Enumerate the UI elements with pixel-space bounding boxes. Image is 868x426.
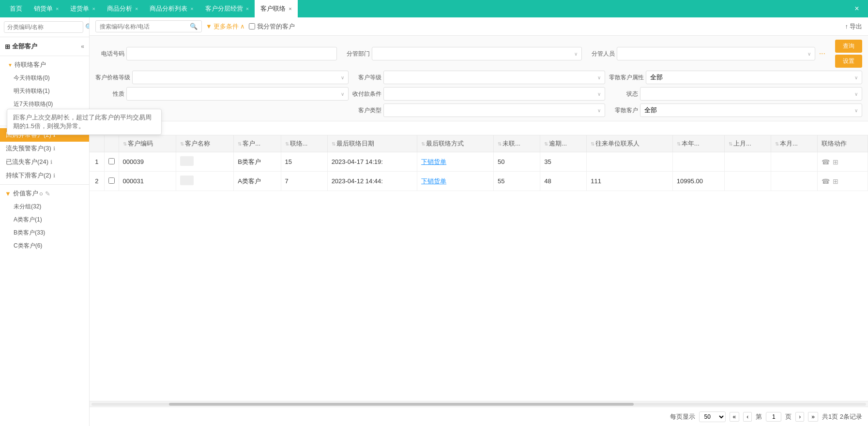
sidebar-search-area: 🔍 [0, 17, 89, 37]
filter-customer-level: 客户等级 ∨ [352, 71, 606, 84]
page-size-select[interactable]: 50 100 200 [699, 411, 726, 422]
close-icon[interactable]: × [135, 6, 138, 12]
contact-icon[interactable]: ☎ [822, 177, 830, 185]
last-page-btn[interactable]: » [808, 412, 818, 422]
more-conditions-btn[interactable]: ▼ 更多条件 ∧ [206, 22, 245, 31]
sort-icon: ⇅ [729, 141, 732, 147]
retail-customer-select[interactable]: 全部 ∨ [640, 103, 862, 117]
row-checkbox[interactable] [108, 177, 115, 184]
window-close-button[interactable]: × [850, 1, 864, 16]
customer-type-select[interactable]: ∨ [383, 103, 606, 117]
nav-sales-order[interactable]: 销货单 × [28, 0, 64, 17]
grid-icon: ⊞ [5, 43, 10, 50]
sidebar-item-tomorrow-pending[interactable]: 明天待联络(1) [0, 85, 89, 98]
sort-icon: ⇅ [332, 141, 335, 147]
this-year-cell: 10995.00 [672, 172, 724, 191]
sort-icon: ⇅ [123, 141, 127, 147]
last-month-cell [724, 152, 771, 172]
contact-count-cell: 7 [281, 172, 327, 191]
nav-customer-segmentation[interactable]: 客户分层经营 × [199, 0, 255, 17]
table-header-row: ⇅ 客户编码 ⇅ 客户名称 ⇅ [90, 135, 868, 152]
close-icon[interactable]: × [56, 6, 59, 12]
more-action-icon[interactable]: ⊞ [833, 158, 838, 166]
retail-attr-select[interactable]: 全部 ∨ [646, 71, 862, 84]
nav-home[interactable]: 首页 [4, 0, 28, 17]
sidebar-value-customer-header[interactable]: ▼ 价值客户 ○ ✎ [0, 187, 89, 200]
search-input[interactable] [100, 23, 190, 30]
gender-select[interactable]: ∨ [126, 87, 349, 101]
more-icon[interactable]: ··· [817, 49, 827, 58]
circle-icon: ○ [39, 190, 43, 197]
sidebar-item-class-c[interactable]: C类客户(6) [0, 239, 89, 252]
status-select[interactable]: ∨ [640, 87, 862, 101]
close-icon[interactable]: × [289, 6, 291, 12]
overdue-cell: 48 [540, 172, 587, 191]
page-number-input[interactable] [766, 412, 781, 422]
sort-icon: ⇅ [775, 141, 779, 147]
horizontal-scrollbar[interactable] [90, 401, 868, 407]
this-month-cell [771, 152, 818, 172]
sidebar-item-churn-warning[interactable]: 流失预警客户(3) ℹ [0, 142, 89, 155]
chevron-down-icon: ∨ [854, 91, 858, 97]
scrollbar-track[interactable] [91, 403, 866, 406]
extended-filter: 电话号码 分管部门 ∨ 分管人员 ∨ ··· [90, 36, 868, 121]
close-icon[interactable]: × [246, 6, 249, 12]
col-code: ⇅ 客户编码 [119, 135, 176, 152]
scrollbar-thumb[interactable] [169, 403, 634, 406]
nav-product-analysis[interactable]: 商品分析 × [101, 0, 144, 17]
prev-page-btn[interactable]: ‹ [743, 412, 752, 422]
export-button[interactable]: ↑ 导出 [845, 22, 863, 31]
customer-type-cell: B类客户 [234, 152, 281, 172]
edit-icon[interactable]: ✎ [45, 190, 50, 197]
sidebar-item-unclassified[interactable]: 未分组(32) [0, 200, 89, 213]
sidebar-item-class-b[interactable]: B类客户(33) [0, 226, 89, 239]
sort-icon: ⇅ [677, 141, 681, 147]
phone-input[interactable] [126, 47, 337, 60]
filter-payment: 收付款条件 ∨ [352, 87, 606, 101]
my-customer-check[interactable] [249, 23, 255, 29]
close-icon[interactable]: × [190, 6, 193, 12]
col-contact-count: ⇅ 联络... [281, 135, 327, 152]
more-action-icon[interactable]: ⊞ [833, 177, 838, 185]
sidebar-item-churned[interactable]: 已流失客户(24) ℹ [0, 155, 89, 169]
sidebar-item-declining[interactable]: 持续下滑客户(2) ℹ [0, 169, 89, 182]
col-this-year: ⇅ 本年... [672, 135, 724, 152]
filter-row-1: 电话号码 分管部门 ∨ 分管人员 ∨ ··· [95, 40, 862, 68]
row-checkbox[interactable] [108, 158, 115, 164]
contact-method-link[interactable]: 下销货单 [421, 177, 446, 185]
sub-dept-select[interactable]: ∨ [372, 47, 582, 60]
payment-select[interactable]: ∨ [383, 87, 606, 101]
settings-button[interactable]: 设置 [835, 55, 862, 68]
col-overdue: ⇅ 逾期... [540, 135, 587, 152]
first-page-btn[interactable]: « [730, 412, 740, 422]
col-last-contact-date: ⇅ 最后联络日期 [327, 135, 417, 152]
chevron-down-icon: ∨ [807, 51, 811, 57]
contact-method-link[interactable]: 下销货单 [421, 158, 446, 165]
my-customer-checkbox[interactable]: 我分管的客户 [249, 22, 295, 31]
sidebar-item-class-a[interactable]: A类客户(1) [0, 213, 89, 226]
search-icon[interactable]: 🔍 [190, 23, 198, 30]
filter-retail-attr: 零散客户属性 全部 ∨ [609, 71, 862, 84]
table-area: ⚙ ⇅ 客户编码 [90, 121, 868, 401]
sidebar-collapse-icon[interactable]: « [81, 43, 84, 50]
next-page-btn[interactable]: › [795, 412, 804, 422]
this-year-cell [672, 152, 724, 172]
sidebar-group-pending-contact[interactable]: ▼ 待联络客户 [0, 58, 89, 72]
price-level-select[interactable]: ∨ [132, 71, 349, 84]
col-num [90, 135, 104, 152]
filter-icon: ▼ [206, 23, 212, 30]
sidebar-search-icon[interactable]: 🔍 [85, 23, 90, 31]
query-button[interactable]: 查询 [835, 40, 862, 53]
nav-purchase-order[interactable]: 进货单 × [64, 0, 101, 17]
sidebar-item-today-pending[interactable]: 今天待联络(0) [0, 72, 89, 85]
last-contact-date-cell: 2023-04-12 14:44: [327, 172, 417, 191]
sub-person-select[interactable]: ∨ [617, 47, 815, 60]
close-icon[interactable]: × [92, 6, 95, 12]
sidebar-all-customers[interactable]: ⊞ 全部客户 « [0, 39, 89, 54]
customer-level-select[interactable]: ∨ [383, 71, 606, 84]
contact-icon[interactable]: ☎ [822, 158, 830, 166]
customer-code-cell: 000039 [119, 152, 176, 172]
nav-customer-contact[interactable]: 客户联络 × [255, 0, 297, 17]
sidebar-search-input[interactable] [4, 21, 83, 33]
nav-product-analysis-list[interactable]: 商品分析列表 × [144, 0, 199, 17]
